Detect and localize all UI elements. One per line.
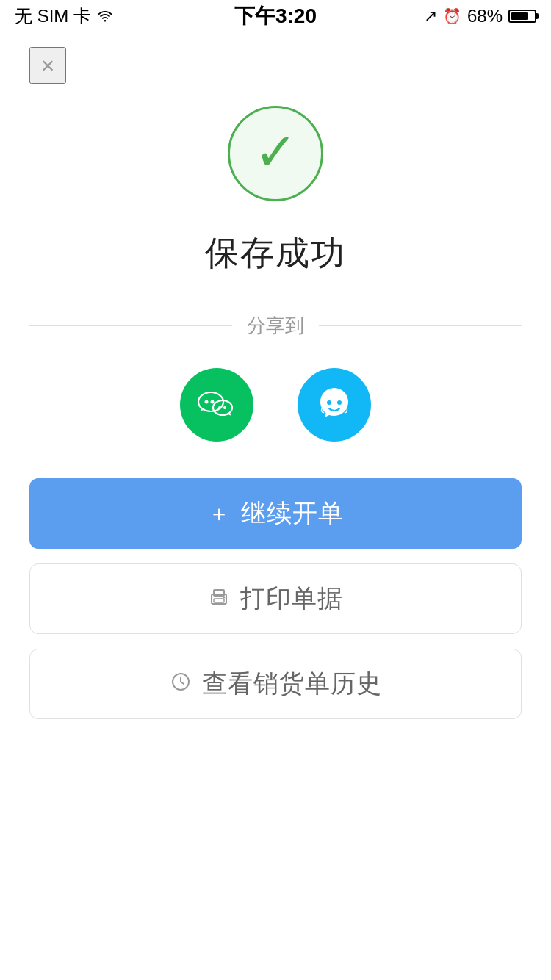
battery-icon: [508, 10, 536, 23]
print-button[interactable]: 打印单据: [29, 563, 522, 634]
wifi-icon: [97, 10, 113, 22]
svg-point-4: [218, 406, 221, 409]
close-icon: ×: [41, 54, 55, 77]
share-label: 分享到: [247, 313, 304, 339]
share-icons: [29, 368, 522, 442]
continue-button[interactable]: ＋ 继续开单: [29, 478, 522, 549]
svg-point-6: [327, 400, 331, 405]
printer-icon: [208, 586, 230, 613]
close-button[interactable]: ×: [29, 47, 66, 84]
status-left: 无 SIM 卡: [15, 4, 113, 28]
clock-icon: [170, 671, 192, 698]
svg-rect-10: [214, 599, 224, 602]
history-label: 查看销货单历史: [202, 667, 382, 701]
success-circle: ✓: [228, 106, 323, 201]
qq-icon: [313, 383, 356, 426]
continue-label: 继续开单: [241, 497, 344, 530]
main-content: × ✓ 保存成功 分享到: [0, 32, 551, 749]
svg-point-2: [211, 400, 215, 404]
success-title: 保存成功: [205, 231, 346, 276]
wechat-icon: [194, 382, 240, 428]
svg-point-1: [205, 400, 209, 404]
divider-left: [29, 325, 232, 326]
share-divider: 分享到: [29, 313, 522, 339]
svg-point-7: [337, 400, 342, 405]
history-button[interactable]: 查看销货单历史: [29, 649, 522, 719]
qq-share-button[interactable]: [298, 368, 371, 442]
status-bar: 无 SIM 卡 下午3:20 ↗ ⏰ 68%: [0, 0, 551, 32]
status-right: ↗ ⏰ 68%: [424, 6, 536, 26]
plus-icon: ＋: [208, 499, 231, 529]
battery-percent: 68%: [467, 6, 503, 26]
alarm-icon: ⏰: [443, 7, 461, 25]
svg-point-5: [223, 406, 226, 409]
checkmark-icon: ✓: [254, 126, 298, 178]
action-buttons: ＋ 继续开单 打印单据 查看销货单历史: [29, 478, 522, 719]
status-time: 下午3:20: [234, 2, 317, 30]
wechat-share-button[interactable]: [180, 368, 253, 442]
print-label: 打印单据: [240, 582, 343, 616]
no-sim-text: 无 SIM 卡: [15, 4, 91, 28]
svg-point-11: [223, 596, 226, 598]
share-section: 分享到: [29, 313, 522, 442]
divider-right: [319, 325, 522, 326]
location-icon: ↗: [424, 7, 437, 26]
